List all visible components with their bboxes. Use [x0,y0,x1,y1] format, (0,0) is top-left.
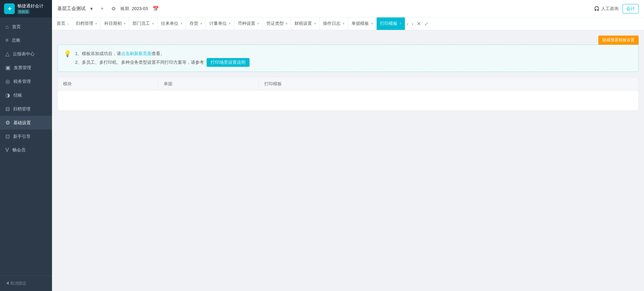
tab-dept-label: 部门员工 [132,21,150,27]
ai-consult-label: 人工咨询 [601,6,619,12]
sidebar-item-label: 新手引导 [13,134,31,140]
tab-singledoc[interactable]: 单据模板 × [348,17,377,30]
sidebar-item-basic[interactable]: ⚙ 基础设置 [0,116,52,130]
sidebar-item-ledger[interactable]: ≡ 总账 [0,34,52,47]
notice-line-2: 2、多员工、多打印机、多种业务类型设置不同打印方案等，请参考 打印场景设置说明 [75,58,632,67]
tab-archive-label: 归档管理 [76,21,93,27]
tab-close-archive-icon[interactable]: × [95,22,97,26]
app-edition: 旗舰版 [17,9,30,14]
topbar: 基层工会测试 ▾ ＋ ⚙ 账期 2023-03 📅 🎧 人工咨询 会计 [52,0,644,17]
sidebar-item-guide[interactable]: ⊡ 新手引导 [0,130,52,143]
tab-oplog-label: 操作日志 [323,21,340,27]
period-value: 2023-03 [132,6,148,11]
sidebar-item-label: 发票管理 [14,65,31,71]
main-area: 基层工会测试 ▾ ＋ ⚙ 账期 2023-03 📅 🎧 人工咨询 会计 首页 ‹… [52,0,644,291]
tab-close-supplier-icon[interactable]: × [180,22,182,26]
sidebar-item-label: 税务管理 [13,79,31,85]
settings-button[interactable]: ⚙ [109,4,118,13]
sidebar-item-label: 畅会员 [12,147,25,153]
tab-dept[interactable]: 部门员工 × [129,17,158,30]
sidebar-item-member[interactable]: V 畅会员 [0,143,52,157]
tab-close-singledoc-icon[interactable]: × [371,22,373,26]
tab-voucher[interactable]: 凭证类型 × [263,17,291,30]
tab-next-button[interactable]: › [410,17,415,30]
tabbar: 首页 ‹ 归档管理 × 科目期初 × 部门员工 × 往来单位 × 存货 × 计量… [52,17,644,30]
topbar-left: 基层工会测试 ▾ ＋ ⚙ 账期 2023-03 📅 [57,4,161,13]
tab-close-taxsetting-icon[interactable]: × [314,22,316,26]
col-module: 模块 [58,78,158,90]
sidebar-item-home[interactable]: ⌂ 首页 [0,20,52,34]
sidebar-item-settle[interactable]: ◑ 结账 [0,88,52,102]
headset-icon: 🎧 [594,6,599,11]
topbar-right: 🎧 人工咨询 会计 [594,4,639,13]
sidebar-item-archive[interactable]: ⊟ 归档管理 [0,102,52,116]
tab-printtemplate[interactable]: 打印模板 × [377,17,405,30]
tab-expand-button[interactable]: ⤢ [423,17,430,30]
sidebar-item-invoice[interactable]: ▣ 发票管理 [0,61,52,75]
tab-supplier[interactable]: 往来单位 × [158,17,186,30]
tab-home[interactable]: 首页 ‹ [53,17,72,30]
tab-oplog[interactable]: 操作日志 × [320,17,348,30]
tab-taxsetting-label: 财税设置 [294,21,312,27]
company-dropdown-button[interactable]: ▾ [88,4,95,13]
tab-close-dept-icon[interactable]: × [152,22,154,26]
sidebar-item-label: 基础设置 [13,120,31,126]
table-body [57,91,639,111]
tab-subject-label: 科目期初 [104,21,122,27]
member-icon: V [5,147,9,153]
tab-currency-label: 币种设置 [238,21,255,27]
tab-close-oplog-icon[interactable]: × [342,22,344,26]
tab-close-unit-icon[interactable]: × [229,22,231,26]
print-template-table: 模块 单据 打印模板 [57,77,639,111]
notice-line1-pre: 1、模板添加成功后，请 [75,51,121,56]
tab-taxsetting[interactable]: 财税设置 × [291,17,320,30]
tab-inventory[interactable]: 存货 × [186,17,206,30]
tab-supplier-label: 往来单位 [161,21,178,27]
settle-icon: ◑ [5,92,10,98]
tab-close-voucher-icon[interactable]: × [286,22,288,26]
sidebar-item-report[interactable]: △ 云报表中心 [0,47,52,61]
notice-line1-post: 查看。 [152,51,165,56]
archive-icon: ⊟ [5,106,10,112]
tab-currency[interactable]: 币种设置 × [234,17,263,30]
ai-consult-button[interactable]: 🎧 人工咨询 [594,6,619,12]
sidebar-item-label: 归档管理 [13,106,31,112]
sidebar-unpin-button[interactable]: ◀ 取消固定 [0,276,52,291]
tab-voucher-label: 凭证类型 [266,21,284,27]
tab-unit-label: 计量单位 [209,21,227,27]
tab-subject[interactable]: 科目期初 × [101,17,129,30]
hide-preview-button[interactable]: 隐藏预置模板设置 [598,36,639,45]
app-name: 畅捷通好会计 [17,3,44,9]
tab-close-inventory-icon[interactable]: × [200,22,202,26]
sidebar-item-label: 总账 [12,37,20,43]
basic-icon: ⚙ [5,119,10,126]
tab-archive[interactable]: 归档管理 × [72,17,101,30]
tab-close-subject-icon[interactable]: × [124,22,126,26]
sidebar-item-tax[interactable]: ◎ 税务管理 [0,75,52,88]
tab-close-all-button[interactable]: ✕ [415,17,423,30]
accountant-button[interactable]: 会计 [623,4,639,13]
notice-line-1: 1、模板添加成功后，请点击刷新新页面查看。 [75,50,632,58]
home-icon: ⌂ [5,24,9,30]
col-document: 单据 [158,78,259,90]
guide-icon: ⊡ [5,133,10,140]
tab-close-printtemplate-icon[interactable]: × [399,22,401,26]
notice-content: 1、模板添加成功后，请点击刷新新页面查看。 2、多员工、多打印机、多种业务类型设… [75,50,632,67]
invoice-icon: ▣ [5,64,10,71]
logo-icon: ✦ [4,3,15,14]
tab-prev-button[interactable]: ‹ [405,17,410,30]
tab-inventory-label: 存货 [190,21,198,27]
tab-close-currency-icon[interactable]: × [257,22,259,26]
refresh-link[interactable]: 点击刷新新页面 [121,51,152,56]
company-name: 基层工会测试 [57,6,86,12]
print-explain-button[interactable]: 打印场景设置说明 [207,58,250,67]
add-tab-button[interactable]: ＋ [98,4,107,13]
sidebar: ✦ 畅捷通好会计 旗舰版 ⌂ 首页 ≡ 总账 △ 云报表中心 ▣ 发票管理 ◎ … [0,0,52,291]
tab-unit[interactable]: 计量单位 × [206,17,234,30]
sidebar-item-label: 结账 [13,92,22,98]
calendar-icon[interactable]: 📅 [151,4,161,13]
sidebar-nav: ⌂ 首页 ≡ 总账 △ 云报表中心 ▣ 发票管理 ◎ 税务管理 ◑ 结账 ⊟ 归… [0,17,52,276]
tab-home-label: 首页 [57,21,65,27]
top-action-row: 隐藏预置模板设置 [57,36,639,45]
tab-chevron-icon[interactable]: ‹ [67,22,69,26]
